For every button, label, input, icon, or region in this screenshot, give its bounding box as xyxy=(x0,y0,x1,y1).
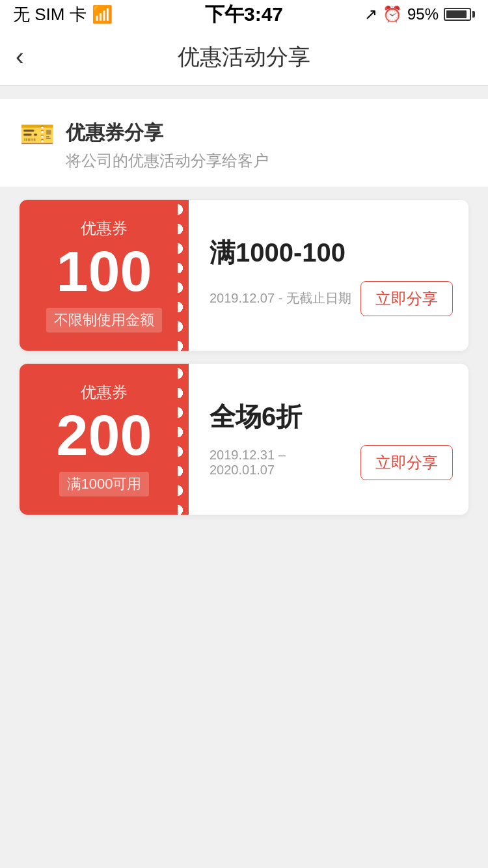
coupon-list: 优惠券 100 不限制使用金额 满1000-100 2019.12.07 - 无… xyxy=(0,187,488,528)
status-bar: 无 SIM 卡 📶 下午3:47 ↗ ⏰ 95% xyxy=(0,0,488,29)
status-left: 无 SIM 卡 📶 xyxy=(13,3,113,26)
battery-indicator xyxy=(444,8,475,21)
status-right: ↗ ⏰ 95% xyxy=(364,5,475,23)
battery-percent: 95% xyxy=(407,5,439,23)
section-subtitle: 将公司的优惠活动分享给客户 xyxy=(66,150,269,171)
coupon-name-1: 满1000-100 xyxy=(210,235,453,271)
coupon-date-2: 2019.12.31 – 2020.01.07 xyxy=(210,448,354,478)
coupon-right-2: 全场6折 2019.12.31 – 2020.01.07 立即分享 xyxy=(189,364,468,515)
coupon-value-2: 200 xyxy=(57,407,152,464)
back-button[interactable]: ‹ xyxy=(16,43,24,71)
coupon-card-1: 优惠券 100 不限制使用金额 满1000-100 2019.12.07 - 无… xyxy=(20,200,468,351)
section-title: 优惠券分享 xyxy=(66,120,269,146)
nav-title: 优惠活动分享 xyxy=(178,42,310,72)
alarm-icon: ⏰ xyxy=(383,5,402,23)
coupon-bottom-2: 2019.12.31 – 2020.01.07 立即分享 xyxy=(210,445,453,480)
coupon-value-1: 100 xyxy=(57,243,152,300)
coupon-type-2: 优惠券 xyxy=(81,382,128,403)
coupon-name-2: 全场6折 xyxy=(210,399,453,435)
share-button-2[interactable]: 立即分享 xyxy=(360,445,453,480)
wifi-icon: 📶 xyxy=(92,5,113,25)
bottom-area xyxy=(0,528,488,788)
section-header: 🎫 优惠券分享 将公司的优惠活动分享给客户 xyxy=(0,99,488,187)
coupon-left-2: 优惠券 200 满1000可用 xyxy=(20,364,189,515)
status-time: 下午3:47 xyxy=(205,1,283,28)
signal-label: 无 SIM 卡 xyxy=(13,3,87,26)
coupon-bottom-1: 2019.12.07 - 无截止日期 立即分享 xyxy=(210,281,453,316)
coupon-left-1: 优惠券 100 不限制使用金额 xyxy=(20,200,189,351)
share-button-1[interactable]: 立即分享 xyxy=(360,281,453,316)
coupon-condition-1: 不限制使用金额 xyxy=(46,308,162,332)
section-icon: 🎫 xyxy=(20,120,55,148)
coupon-card-2: 优惠券 200 满1000可用 全场6折 2019.12.31 – 2020.0… xyxy=(20,364,468,515)
nav-bar: ‹ 优惠活动分享 xyxy=(0,29,488,86)
section-text: 优惠券分享 将公司的优惠活动分享给客户 xyxy=(66,120,269,171)
coupon-date-1: 2019.12.07 - 无截止日期 xyxy=(210,290,354,307)
coupon-type-1: 优惠券 xyxy=(81,218,128,239)
location-icon: ↗ xyxy=(364,5,377,23)
coupon-condition-2: 满1000可用 xyxy=(59,472,150,496)
coupon-right-1: 满1000-100 2019.12.07 - 无截止日期 立即分享 xyxy=(189,200,468,351)
